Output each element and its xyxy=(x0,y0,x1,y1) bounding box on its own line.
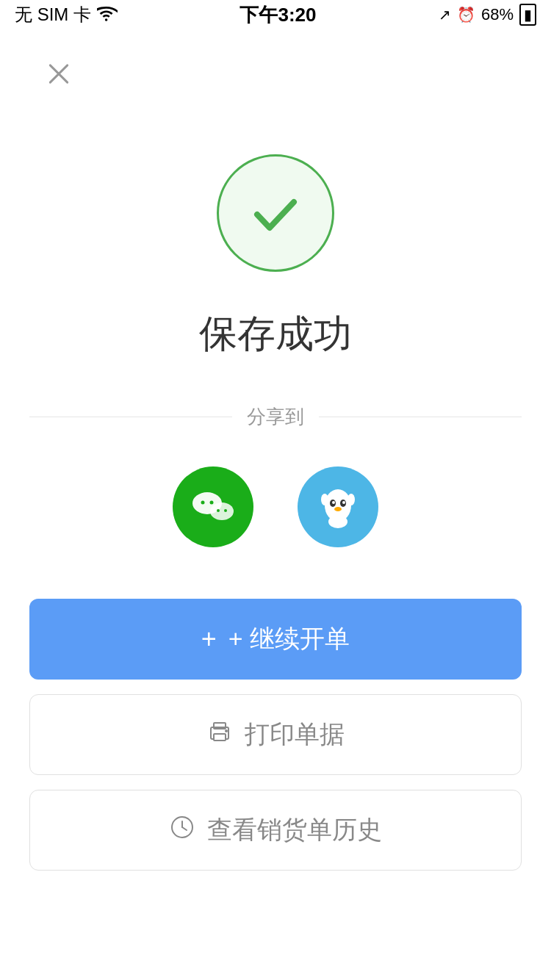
svg-point-13 xyxy=(347,494,355,505)
success-title: 保存成功 xyxy=(199,309,352,360)
svg-point-12 xyxy=(321,494,328,505)
svg-point-14 xyxy=(328,515,347,528)
status-bar: 无 SIM 卡 下午3:20 ↗ ⏰ 68% ▮ xyxy=(0,0,551,29)
clock-icon xyxy=(169,814,195,846)
svg-point-2 xyxy=(201,500,204,504)
printer-icon xyxy=(206,718,233,751)
svg-point-1 xyxy=(210,502,234,520)
svg-point-11 xyxy=(334,507,342,511)
wifi-icon xyxy=(97,7,118,23)
battery-icon: ▮ xyxy=(519,4,536,26)
history-label: 查看销货单历史 xyxy=(207,813,382,847)
qq-share-button[interactable] xyxy=(298,466,378,547)
wechat-share-button[interactable] xyxy=(173,466,253,547)
close-button[interactable] xyxy=(37,51,81,96)
status-right: ↗ ⏰ 68% ▮ xyxy=(439,4,536,26)
svg-rect-17 xyxy=(214,734,226,741)
continue-button[interactable]: + + 继续开单 xyxy=(29,599,522,680)
continue-label: + 继续开单 xyxy=(228,622,350,656)
share-icons xyxy=(173,466,378,547)
share-section: 分享到 xyxy=(29,404,522,430)
status-left: 无 SIM 卡 xyxy=(15,3,118,26)
svg-point-9 xyxy=(332,501,335,504)
action-buttons: + + 继续开单 打印单据 xyxy=(29,599,522,871)
svg-point-5 xyxy=(224,509,227,512)
svg-line-21 xyxy=(182,827,187,830)
svg-point-10 xyxy=(342,501,345,504)
history-button[interactable]: 查看销货单历史 xyxy=(29,790,522,871)
qq-icon xyxy=(314,483,362,531)
share-line-left xyxy=(29,417,232,417)
plus-icon: + xyxy=(201,624,217,655)
share-label: 分享到 xyxy=(247,404,304,430)
wechat-icon xyxy=(190,487,237,527)
svg-point-4 xyxy=(217,509,220,512)
checkmark-icon xyxy=(246,184,305,242)
svg-point-18 xyxy=(225,729,228,732)
status-time: 下午3:20 xyxy=(240,2,316,28)
share-line-right xyxy=(319,417,522,417)
main-content: 保存成功 分享到 xyxy=(0,110,551,980)
location-icon: ↗ xyxy=(439,6,451,24)
svg-point-3 xyxy=(209,500,213,504)
print-label: 打印单据 xyxy=(245,718,345,752)
print-button[interactable]: 打印单据 xyxy=(29,694,522,775)
alarm-icon: ⏰ xyxy=(457,6,475,24)
battery-label: 68% xyxy=(481,5,514,24)
success-circle xyxy=(217,154,334,272)
no-sim-label: 无 SIM 卡 xyxy=(15,3,91,26)
